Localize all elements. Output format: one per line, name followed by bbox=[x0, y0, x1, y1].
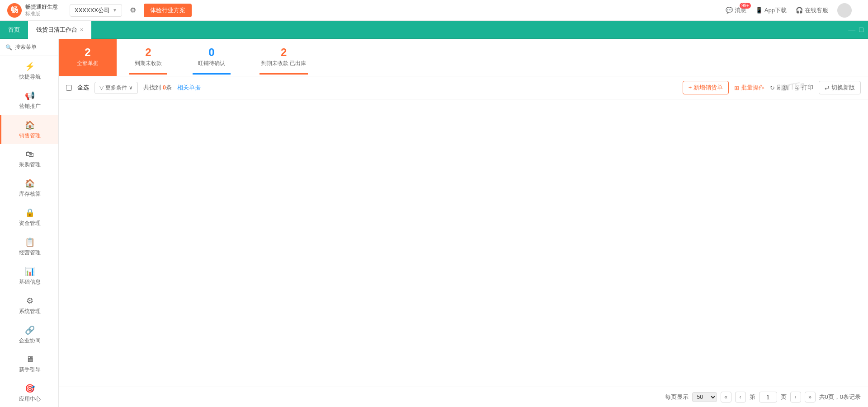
related-orders-link[interactable]: 相关单据 bbox=[177, 84, 201, 92]
trial-button[interactable]: 体验行业方案 bbox=[144, 4, 192, 17]
print-label: 打印 bbox=[802, 84, 813, 92]
finance-icon: 🔒 bbox=[25, 208, 35, 218]
sidebar: 🔍 搜索菜单 ⚡ 快捷导航 📢 营销推广 🏠 销售管理 🛍 采购管理 🏠 库存核… bbox=[0, 39, 59, 407]
refresh-button[interactable]: ↻ 刷新 bbox=[770, 84, 788, 92]
select-all-label: 全选 bbox=[77, 84, 89, 92]
found-prefix: 共找到 bbox=[143, 84, 161, 91]
sidebar-item-app-center[interactable]: 🎯 应用中心 bbox=[0, 378, 58, 407]
sidebar-item-operations[interactable]: 📋 经营管理 bbox=[0, 232, 58, 261]
switch-version-button[interactable]: ⇄ 切换新版 bbox=[819, 81, 861, 94]
sidebar-search-label: 搜索菜单 bbox=[15, 43, 37, 51]
card-overdue-count: 2 bbox=[145, 46, 151, 59]
switch-label: 切换新版 bbox=[831, 84, 855, 92]
content-area: 2 全部单据 2 到期未收款 0 旺铺待确认 2 到期未收款 已出库 全选 bbox=[59, 39, 868, 407]
select-all-checkbox[interactable] bbox=[66, 85, 72, 91]
card-wangpu-confirm[interactable]: 0 旺铺待确认 bbox=[180, 39, 243, 76]
tab-close-icon[interactable]: × bbox=[80, 27, 83, 33]
app-download-label: App下载 bbox=[764, 6, 787, 14]
basic-info-icon: 📊 bbox=[25, 267, 35, 276]
summary-cards: 2 全部单据 2 到期未收款 0 旺铺待确认 2 到期未收款 已出库 bbox=[59, 39, 868, 76]
top-header: 畅 畅捷通好生意 标准版 XXXXXX公司 ▼ ⚙ 体验行业方案 💬 消息 99… bbox=[0, 0, 868, 21]
print-button[interactable]: 🖨 打印 bbox=[794, 84, 813, 92]
card-overdue-payment[interactable]: 2 到期未收款 bbox=[117, 39, 180, 76]
header-right: 💬 消息 99+ 📱 App下载 🎧 在线客服 bbox=[726, 3, 861, 18]
sidebar-item-label: 应用中心 bbox=[19, 395, 41, 403]
found-text: 共找到 0条 bbox=[143, 84, 172, 92]
sidebar-item-label: 采购管理 bbox=[19, 161, 41, 168]
online-service-icon: 🎧 bbox=[796, 7, 803, 14]
sidebar-item-basic-info[interactable]: 📊 基础信息 bbox=[0, 261, 58, 290]
sidebar-item-purchase[interactable]: 🛍 采购管理 bbox=[0, 144, 58, 173]
minimize-icon[interactable]: — bbox=[848, 26, 855, 34]
card-underline-orange bbox=[129, 73, 167, 75]
filter-icon: ▽ bbox=[99, 84, 104, 91]
filter-label: 更多条件 bbox=[105, 84, 127, 92]
settings-icon[interactable]: ⚙ bbox=[127, 4, 139, 17]
last-page-button[interactable]: » bbox=[805, 392, 816, 402]
found-count: 0 bbox=[163, 84, 166, 91]
message-item[interactable]: 💬 消息 99+ bbox=[726, 6, 746, 14]
sidebar-item-system[interactable]: ⚙ 系统管理 bbox=[0, 290, 58, 320]
sidebar-item-quick-nav[interactable]: ⚡ 快捷导航 bbox=[0, 56, 58, 85]
newbie-icon: 🖥 bbox=[26, 355, 34, 364]
chevron-down-icon: ▼ bbox=[113, 8, 117, 13]
toolbar: 全选 ▽ 更多条件 ∨ 共找到 0条 相关单据 + 新增销货单 ⊞ 批量操作 ↻… bbox=[59, 76, 868, 99]
inventory-icon: 🏠 bbox=[25, 178, 35, 188]
sales-icon: 🏠 bbox=[25, 120, 35, 130]
per-page-select[interactable]: 50 10 20 100 bbox=[692, 392, 717, 402]
batch-icon: ⊞ bbox=[734, 84, 739, 91]
tab-workspace-label: 钱货日清工作台 bbox=[36, 26, 77, 34]
card-all-count: 2 bbox=[85, 46, 90, 59]
purchase-icon: 🛍 bbox=[26, 150, 34, 159]
sidebar-item-label: 系统管理 bbox=[19, 308, 41, 315]
message-badge: 99+ bbox=[740, 3, 751, 9]
sidebar-item-collaboration[interactable]: 🔗 企业协同 bbox=[0, 320, 58, 349]
sidebar-item-sales[interactable]: 🏠 销售管理 bbox=[0, 115, 58, 144]
sidebar-item-inventory[interactable]: 🏠 库存核算 bbox=[0, 173, 58, 202]
logo-line2: 标准版 bbox=[25, 10, 58, 17]
collaboration-icon: 🔗 bbox=[25, 325, 35, 335]
refresh-label: 刷新 bbox=[777, 84, 788, 92]
sidebar-item-marketing[interactable]: 📢 营销推广 bbox=[0, 85, 58, 115]
batch-action-button[interactable]: ⊞ 批量操作 bbox=[734, 84, 764, 92]
batch-label: 批量操作 bbox=[741, 84, 764, 92]
message-icon: 💬 bbox=[726, 7, 733, 14]
card-shipped-count: 2 bbox=[281, 46, 287, 59]
sidebar-item-newbie[interactable]: 🖥 新手引导 bbox=[0, 349, 58, 378]
filter-button[interactable]: ▽ 更多条件 ∨ bbox=[94, 82, 138, 94]
pagination-bar: 每页显示 50 10 20 100 « ‹ 第 页 › » 共0页，0条记录 bbox=[59, 387, 868, 407]
main-layout: 🔍 搜索菜单 ⚡ 快捷导航 📢 营销推广 🏠 销售管理 🛍 采购管理 🏠 库存核… bbox=[0, 39, 868, 407]
maximize-icon[interactable]: □ bbox=[859, 26, 863, 34]
sidebar-item-finance[interactable]: 🔒 资金管理 bbox=[0, 202, 58, 232]
switch-icon: ⇄ bbox=[825, 84, 830, 91]
prev-page-button[interactable]: ‹ bbox=[735, 392, 746, 402]
sidebar-item-label: 销售管理 bbox=[19, 132, 41, 140]
card-all-orders[interactable]: 2 全部单据 bbox=[59, 39, 117, 76]
avatar[interactable] bbox=[837, 3, 852, 18]
card-overdue-shipped[interactable]: 2 到期未收款 已出库 bbox=[243, 39, 324, 76]
company-selector[interactable]: XXXXXX公司 ▼ bbox=[70, 4, 122, 17]
sidebar-item-label: 营销推广 bbox=[19, 103, 41, 110]
table-area bbox=[59, 99, 868, 387]
tab-workspace[interactable]: 钱货日清工作台 × bbox=[28, 21, 91, 39]
next-page-button[interactable]: › bbox=[790, 392, 801, 402]
page-suffix: 页 bbox=[781, 393, 787, 401]
nav-tabs: 首页 钱货日清工作台 × — □ bbox=[0, 21, 868, 39]
sidebar-search[interactable]: 🔍 搜索菜单 bbox=[0, 39, 58, 56]
online-service-item[interactable]: 🎧 在线客服 bbox=[796, 6, 828, 14]
app-download-item[interactable]: 📱 App下载 bbox=[755, 6, 787, 14]
logo-area: 畅 畅捷通好生意 标准版 bbox=[7, 3, 66, 18]
first-page-button[interactable]: « bbox=[721, 392, 731, 402]
nav-tab-actions: — □ bbox=[848, 26, 868, 34]
tab-home[interactable]: 首页 bbox=[0, 21, 28, 39]
card-underline-orange2 bbox=[259, 73, 308, 75]
app-center-icon: 🎯 bbox=[25, 384, 35, 393]
page-input[interactable] bbox=[759, 392, 777, 402]
print-icon: 🖨 bbox=[794, 84, 800, 91]
app-download-icon: 📱 bbox=[755, 7, 763, 14]
card-underline-blue bbox=[193, 73, 231, 75]
add-order-button[interactable]: + 新增销货单 bbox=[683, 81, 729, 94]
filter-chevron-icon: ∨ bbox=[129, 84, 133, 91]
per-page-label: 每页显示 bbox=[665, 393, 689, 401]
sidebar-item-label: 经营管理 bbox=[19, 249, 41, 257]
